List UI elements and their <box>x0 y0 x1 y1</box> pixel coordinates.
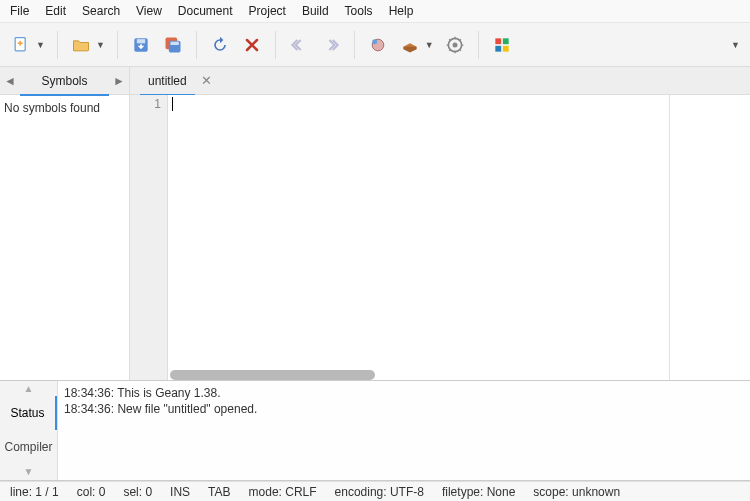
toolbar-separator <box>354 31 355 59</box>
main-area: ◄ Symbols ► No symbols found untitled ✕ … <box>0 67 750 381</box>
sidebar-tabs: ◄ Symbols ► <box>0 67 129 95</box>
toolbar-separator <box>117 31 118 59</box>
menu-project[interactable]: Project <box>249 4 286 18</box>
message-panel: ▲ Status Compiler ▼ 18:34:36: This is Ge… <box>0 381 750 481</box>
menu-search[interactable]: Search <box>82 4 120 18</box>
menu-tools[interactable]: Tools <box>345 4 373 18</box>
new-file-dropdown-icon[interactable]: ▼ <box>36 40 45 50</box>
toolbar-separator <box>196 31 197 59</box>
menu-file[interactable]: File <box>10 4 29 18</box>
editor: 1 <box>130 95 750 380</box>
new-file-button[interactable] <box>6 30 36 60</box>
menu-edit[interactable]: Edit <box>45 4 66 18</box>
document-tab-untitled[interactable]: untitled <box>140 68 195 96</box>
open-file-button[interactable] <box>66 30 96 60</box>
open-file-dropdown-icon[interactable]: ▼ <box>96 40 105 50</box>
toolbar-separator <box>275 31 276 59</box>
svg-rect-10 <box>495 38 501 44</box>
status-message-line: 18:34:36: New file "untitled" opened. <box>64 401 744 417</box>
svg-point-7 <box>372 39 377 44</box>
line-number: 1 <box>130 97 161 111</box>
message-tabs-down-icon[interactable]: ▼ <box>24 464 34 479</box>
sidebar: ◄ Symbols ► No symbols found <box>0 67 130 380</box>
build-button[interactable] <box>395 30 425 60</box>
menu-help[interactable]: Help <box>389 4 414 18</box>
menu-build[interactable]: Build <box>302 4 329 18</box>
status-filetype: filetype: None <box>442 485 515 499</box>
status-message-line: 18:34:36: This is Geany 1.38. <box>64 385 744 401</box>
sidebar-scroll-right-icon[interactable]: ► <box>109 74 129 88</box>
status-tab: TAB <box>208 485 230 499</box>
nav-back-button[interactable] <box>284 30 314 60</box>
long-line-marker <box>669 95 670 380</box>
text-area[interactable] <box>168 95 750 380</box>
horizontal-scrollbar[interactable] <box>170 370 375 380</box>
svg-rect-5 <box>170 41 178 44</box>
sidebar-empty-label: No symbols found <box>0 95 129 121</box>
build-dropdown-icon[interactable]: ▼ <box>425 40 434 50</box>
menu-document[interactable]: Document <box>178 4 233 18</box>
message-tab-status[interactable]: Status <box>0 396 57 430</box>
status-sel: sel: 0 <box>123 485 152 499</box>
line-number-gutter: 1 <box>130 95 168 380</box>
status-mode: mode: CRLF <box>249 485 317 499</box>
status-scope: scope: unknown <box>533 485 620 499</box>
menubar: File Edit Search View Document Project B… <box>0 0 750 23</box>
sidebar-scroll-left-icon[interactable]: ◄ <box>0 74 20 88</box>
message-tab-compiler[interactable]: Compiler <box>0 430 57 464</box>
message-body: 18:34:36: This is Geany 1.38. 18:34:36: … <box>58 381 750 480</box>
statusbar: line: 1 / 1 col: 0 sel: 0 INS TAB mode: … <box>0 481 750 501</box>
reload-button[interactable] <box>205 30 235 60</box>
toolbar-separator <box>57 31 58 59</box>
execute-button[interactable] <box>440 30 470 60</box>
status-encoding: encoding: UTF-8 <box>335 485 424 499</box>
sidebar-tab-symbols[interactable]: Symbols <box>20 68 109 96</box>
svg-rect-2 <box>137 39 145 43</box>
nav-forward-button[interactable] <box>316 30 346 60</box>
toolbar-overflow-icon[interactable]: ▼ <box>731 40 740 50</box>
compile-button[interactable] <box>363 30 393 60</box>
svg-point-9 <box>452 42 457 47</box>
message-tabs: ▲ Status Compiler ▼ <box>0 381 58 480</box>
toolbar-separator <box>478 31 479 59</box>
status-line: line: 1 / 1 <box>10 485 59 499</box>
document-tab-close-icon[interactable]: ✕ <box>201 73 212 88</box>
svg-rect-13 <box>503 45 509 51</box>
document-tabs: untitled ✕ <box>130 67 750 95</box>
message-tabs-up-icon[interactable]: ▲ <box>24 381 34 396</box>
svg-rect-12 <box>495 45 501 51</box>
menu-view[interactable]: View <box>136 4 162 18</box>
toolbar: ▼ ▼ ▼ ▼ <box>0 23 750 67</box>
text-caret <box>172 97 173 111</box>
save-button[interactable] <box>126 30 156 60</box>
close-button[interactable] <box>237 30 267 60</box>
save-all-button[interactable] <box>158 30 188 60</box>
status-ins: INS <box>170 485 190 499</box>
color-chooser-button[interactable] <box>487 30 517 60</box>
editor-column: untitled ✕ 1 <box>130 67 750 380</box>
svg-rect-11 <box>503 38 509 44</box>
status-col: col: 0 <box>77 485 106 499</box>
